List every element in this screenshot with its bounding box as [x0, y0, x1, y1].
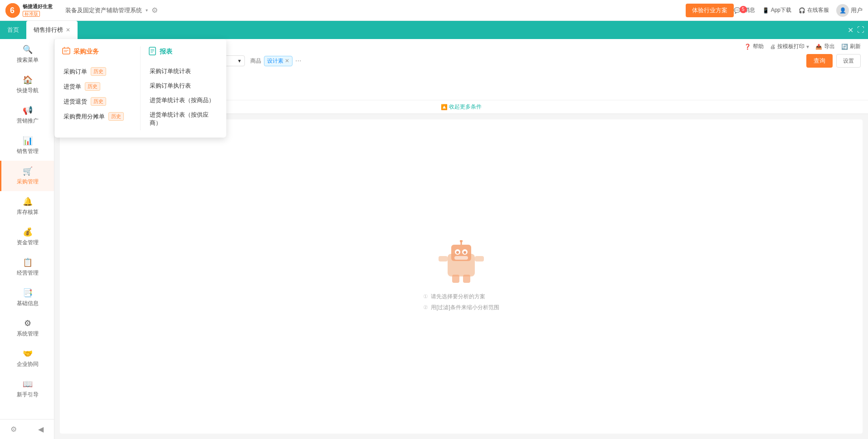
refresh-button[interactable]: 🔄 刷新: [841, 43, 861, 50]
svg-point-6: [456, 251, 459, 254]
menu-item-purchase-order[interactable]: 采购订单 历史: [62, 64, 133, 79]
headset-icon: 🎧: [799, 7, 805, 14]
print-icon: 🖨: [770, 44, 775, 50]
basic-info-icon: 📑: [23, 288, 33, 298]
sidebar-item-guide[interactable]: 📖 新手引导: [0, 374, 54, 404]
top-header: 6 畅捷通好生意 标准版 装备及固定资产辅助管理系统 ▾ ⚙ 体验行业方案 💬 …: [0, 0, 868, 21]
logo-area: 6 畅捷通好生意 标准版: [5, 3, 60, 18]
system-dropdown-arrow[interactable]: ▾: [146, 8, 148, 13]
history-tag-2: 历史: [85, 82, 100, 91]
empty-state: ① 请先选择要分析的方案 ② 用[过滤]条件来缩小分析范围: [60, 119, 863, 434]
avatar: 👤: [836, 4, 849, 17]
collapse-button[interactable]: 🔼 收起更多条件: [441, 103, 482, 111]
tab-bar-right: ✕ ⛶: [848, 26, 868, 35]
home-icon: 🏠: [23, 75, 33, 85]
expand-icon[interactable]: ⛶: [857, 26, 864, 34]
tab-close-icon[interactable]: ✕: [66, 27, 70, 33]
menu-item-report-stock-by-supplier[interactable]: 进货单统计表（按供应商）: [148, 108, 219, 130]
svg-rect-11: [452, 275, 459, 283]
filter-action-buttons: 查询 设置: [806, 54, 861, 68]
tip2-bullet: ②: [423, 302, 428, 313]
help-icon: ❓: [744, 44, 751, 50]
sidebar-item-basic-info[interactable]: 📑 基础信息: [0, 282, 54, 313]
query-button[interactable]: 查询: [806, 54, 833, 68]
operations-icon: 📋: [23, 257, 33, 267]
online-service-button[interactable]: 🎧 在线客服: [799, 6, 829, 14]
messages-badge: 5: [740, 6, 747, 13]
goods-tag-close[interactable]: ✕: [285, 58, 289, 64]
header-right: 💬 5 消息 📱 App下载 🎧 在线客服 👤 用户: [734, 4, 863, 17]
industry-button[interactable]: 体验行业方案: [686, 4, 734, 17]
sidebar-item-system[interactable]: ⚙ 系统管理: [0, 313, 54, 343]
tip1-bullet: ①: [423, 291, 428, 302]
export-icon: 📤: [815, 44, 822, 50]
sidebar-item-operations[interactable]: 📋 经营管理: [0, 252, 54, 282]
svg-point-14: [460, 240, 463, 242]
purchase-section-title: 采购业务: [62, 46, 133, 59]
purchase-dropdown-menu: 采购业务 采购订单 历史 进货单 历史 进货退货 历史 采购费用分摊单 历史: [54, 39, 226, 138]
system-icon: ⚙: [24, 318, 31, 328]
menu-item-stock-in[interactable]: 进货单 历史: [62, 79, 133, 94]
sidebar-item-purchase[interactable]: 🛒 采购管理: [0, 161, 54, 191]
sales-icon: 📊: [23, 136, 33, 146]
select-arrow-icon: ▾: [238, 58, 241, 64]
inventory-icon: 🔔: [23, 197, 33, 207]
svg-point-7: [463, 251, 466, 254]
goods-filter-group: 商品 设计素 ✕ ···: [250, 56, 301, 66]
tab-sales-rank[interactable]: 销售排行榜 ✕: [26, 21, 78, 39]
close-all-icon[interactable]: ✕: [848, 26, 853, 35]
system-title-text: 装备及固定资产辅助管理系统: [65, 6, 142, 15]
empty-tips: ① 请先选择要分析的方案 ② 用[过滤]条件来缩小分析范围: [423, 291, 499, 313]
print-button[interactable]: 🖨 按模板打印 ▾: [770, 43, 809, 50]
help-button[interactable]: ❓ 帮助: [744, 43, 764, 50]
sidebar-collapse-button[interactable]: ◀: [38, 425, 44, 434]
menu-item-return[interactable]: 进货退货 历史: [62, 94, 133, 109]
sidebar-item-marketing[interactable]: 📢 营销推广: [0, 100, 54, 130]
menu-item-expense[interactable]: 采购费用分摊单 历史: [62, 109, 133, 124]
app-download-button[interactable]: 📱 App下载: [762, 6, 791, 14]
menu-item-report-order-exec[interactable]: 采购订单执行表: [148, 79, 219, 93]
sidebar-item-sales[interactable]: 📊 销售管理: [0, 130, 54, 161]
history-tag-4: 历史: [108, 112, 124, 121]
empty-illustration: [434, 240, 488, 286]
guide-icon: 📖: [23, 379, 33, 389]
svg-text:6: 6: [10, 6, 15, 15]
sidebar-item-collaboration[interactable]: 🤝 企业协同: [0, 343, 54, 374]
tab-home[interactable]: 首页: [0, 21, 26, 39]
report-section-title: 报表: [148, 46, 219, 59]
menu-item-report-stock-by-goods[interactable]: 进货单统计表（按商品）: [148, 93, 219, 108]
svg-rect-9: [439, 256, 448, 261]
report-section-icon: [148, 46, 157, 57]
sidebar-item-search[interactable]: 🔍 搜索菜单: [0, 39, 54, 69]
print-dropdown-icon[interactable]: ▾: [806, 44, 809, 50]
report-section: 报表 采购订单统计表 采购订单执行表 进货单统计表（按商品） 进货单统计表（按供…: [140, 46, 219, 130]
menu-item-report-order-stats[interactable]: 采购订单统计表: [148, 64, 219, 79]
logo-icon: 6: [5, 3, 20, 18]
goods-more-btn[interactable]: ···: [295, 57, 301, 65]
sidebar-item-quicknav[interactable]: 🏠 快捷导航: [0, 69, 54, 100]
svg-rect-8: [454, 256, 468, 260]
goods-label: 商品: [250, 57, 261, 65]
tab-bar: 首页 销售排行榜 ✕ ✕ ⛶: [0, 21, 868, 39]
messages-button[interactable]: 💬 5 消息: [734, 6, 755, 14]
svg-rect-10: [475, 256, 484, 261]
phone-icon: 📱: [762, 7, 769, 14]
collapse-chevron-icon: 🔼: [441, 104, 448, 110]
finance-icon: 💰: [23, 227, 33, 237]
purchase-section: 采购业务 采购订单 历史 进货单 历史 进货退货 历史 采购费用分摊单 历史: [62, 46, 133, 130]
settings-button[interactable]: 设置: [836, 54, 861, 68]
logo-text: 畅捷通好生意 标准版: [23, 3, 53, 17]
sidebar: 🔍 搜索菜单 🏠 快捷导航 📢 营销推广 📊 销售管理 🛒 采购管理 🔔 库存核…: [0, 39, 54, 439]
purchase-section-icon: [62, 46, 71, 57]
export-button[interactable]: 📤 导出: [815, 43, 835, 50]
sidebar-item-finance[interactable]: 💰 资金管理: [0, 222, 54, 252]
svg-rect-15: [63, 48, 70, 54]
sidebar-settings-button[interactable]: ⚙: [10, 425, 17, 434]
user-button[interactable]: 👤 用户: [836, 4, 863, 17]
sidebar-item-inventory[interactable]: 🔔 库存核算: [0, 191, 54, 222]
settings-icon[interactable]: ⚙: [151, 6, 158, 15]
toolbar-buttons: ❓ 帮助 🖨 按模板打印 ▾ 📤 导出 🔄 刷新: [744, 43, 861, 50]
purchase-icon: 🛒: [23, 166, 33, 176]
history-tag-3: 历史: [91, 97, 106, 106]
sidebar-bottom: ⚙ ◀: [0, 419, 54, 439]
